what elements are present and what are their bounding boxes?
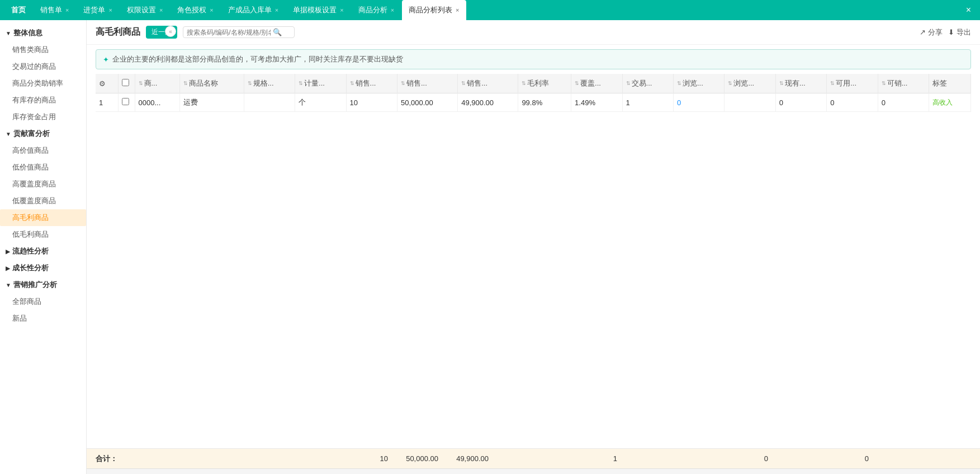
export-button[interactable]: ⬇ 导出 — [948, 27, 971, 37]
sidebar-item-low-coverage[interactable]: 低覆盖度商品 — [0, 193, 86, 209]
footer-trade: 1 — [576, 454, 621, 463]
col-index: ⚙ — [96, 74, 118, 93]
sidebar-item-traded-goods[interactable]: 交易过的商品 — [0, 58, 86, 75]
nav-home[interactable]: 首页 — [4, 0, 32, 20]
col-current-stock: ⇅现有... — [775, 74, 826, 93]
row-checkbox[interactable] — [122, 98, 129, 105]
sidebar-group-overall[interactable]: ▼ 整体信息 — [0, 25, 86, 41]
product-table: ⚙ ⇅商... ⇅商品名称 ⇅规格... — [96, 74, 971, 112]
table-header-row: ⚙ ⇅商... ⇅商品名称 ⇅规格... — [96, 74, 971, 93]
sort-icon: ⇅ — [830, 81, 835, 86]
col-spec: ⇅规格... — [244, 74, 295, 93]
sort-icon: ⇅ — [779, 81, 784, 86]
sidebar-item-high-value[interactable]: 高价值商品 — [0, 142, 86, 159]
horizontal-scrollbar[interactable] — [87, 468, 980, 474]
chevron-down-icon: ▼ — [6, 30, 11, 36]
search-box: 🔍 — [183, 26, 295, 38]
close-icon[interactable]: × — [456, 0, 459, 20]
close-icon[interactable]: × — [391, 0, 394, 20]
cell-name: 运费 — [180, 93, 244, 112]
sort-icon: ⇅ — [461, 81, 466, 86]
sidebar-item-in-stock[interactable]: 有库存的商品 — [0, 92, 86, 109]
search-input[interactable] — [187, 29, 271, 36]
col-coverage: ⇅覆盖... — [571, 74, 622, 93]
nav-tab-sales[interactable]: 销售单 × — [34, 0, 75, 20]
sidebar-item-low-margin[interactable]: 低毛利商品 — [0, 226, 86, 243]
nav-tab-role[interactable]: 角色授权 × — [171, 0, 220, 20]
export-icon: ⬇ — [948, 28, 954, 36]
share-icon: ↗ — [920, 28, 926, 36]
col-sellable: ⇅可销... — [878, 74, 929, 93]
close-icon[interactable]: × — [65, 0, 69, 20]
nav-tab-purchase[interactable]: 进货单 × — [77, 0, 119, 20]
sort-icon: ⇅ — [350, 81, 354, 86]
sort-icon: ⇅ — [626, 81, 631, 86]
page-title: 高毛利商品 — [96, 26, 140, 38]
footer-sellable: 0 — [827, 454, 872, 463]
sidebar-group-trend[interactable]: ▶ 流趋性分析 — [0, 243, 86, 260]
footer-sales-amount: 50,000.00 — [397, 454, 442, 463]
col-gross-margin: ⇅毛利率 — [518, 74, 571, 93]
close-icon[interactable]: × — [275, 0, 278, 20]
cell-unit: 个 — [295, 93, 346, 112]
share-button[interactable]: ↗ 分享 — [920, 27, 943, 37]
close-icon[interactable]: × — [108, 0, 112, 20]
sidebar-item-category-rate[interactable]: 商品分类助销率 — [0, 75, 86, 92]
sidebar-group-growth[interactable]: ▶ 成长性分析 — [0, 260, 86, 276]
cell-checkbox[interactable] — [118, 93, 135, 112]
sort-icon: ⇅ — [522, 81, 526, 86]
cell-sales-amount: 50,000.00 — [397, 93, 457, 112]
footer-total-row: 合计： 10 50,000.00 49,900.00 1 0 0 — [87, 448, 980, 468]
sort-icon: ⇅ — [139, 81, 143, 86]
window-close-button[interactable]: × — [962, 5, 976, 15]
cell-index: 1 — [96, 93, 118, 112]
nav-tab-product-in[interactable]: 产成品入库单 × — [221, 0, 285, 20]
col-available: ⇅可用... — [827, 74, 878, 93]
col-sales-cost: ⇅销售... — [458, 74, 518, 93]
sidebar: ▼ 整体信息 销售类商品 交易过的商品 商品分类助销率 有库存的商品 库存资金占… — [0, 20, 87, 474]
col-sales-qty: ⇅销售... — [346, 74, 397, 93]
sidebar-group-marketing[interactable]: ▼ 营销推广分析 — [0, 276, 86, 293]
cell-browse1[interactable]: 0 — [673, 93, 724, 112]
close-icon[interactable]: × — [340, 0, 343, 20]
col-trade: ⇅交易... — [622, 74, 673, 93]
cell-sellable: 0 — [878, 93, 929, 112]
sidebar-group-contribution[interactable]: ▼ 贡献富分析 — [0, 125, 86, 142]
content-area: « 高毛利商品 近一月 🔍 ↗ 分享 ⬇ 导出 ✦ 企 — [87, 20, 980, 474]
close-icon[interactable]: × — [210, 0, 213, 20]
sidebar-item-all-goods[interactable]: 全部商品 — [0, 293, 86, 310]
search-icon[interactable]: 🔍 — [273, 28, 282, 36]
col-sales-amount: ⇅销售... — [397, 74, 457, 93]
sort-icon: ⇅ — [575, 81, 579, 86]
chevron-right-icon: ▶ — [6, 248, 10, 255]
cell-sales-cost: 49,900.00 — [458, 93, 518, 112]
cell-trade: 1 — [622, 93, 673, 112]
col-name: ⇅商品名称 — [180, 74, 244, 93]
chevron-right-icon: ▶ — [6, 265, 10, 271]
nav-tab-analysis-list[interactable]: 商品分析列表 × — [402, 0, 466, 20]
nav-tab-template[interactable]: 单据模板设置 × — [286, 0, 350, 20]
select-all-checkbox[interactable] — [122, 79, 129, 86]
nav-tab-permission[interactable]: 权限设置 × — [120, 0, 169, 20]
info-banner: ✦ 企业的主要的利润都是这部分商品创造的，可考虑加大推广，同时关注库存是不要出现… — [96, 49, 971, 69]
col-code: ⇅商... — [135, 74, 180, 93]
sidebar-item-new-goods[interactable]: 新品 — [0, 310, 86, 327]
nav-tab-analysis[interactable]: 商品分析 × — [352, 0, 401, 20]
cell-current-stock: 0 — [775, 93, 826, 112]
sidebar-collapse-button[interactable]: « — [165, 26, 176, 37]
sidebar-item-sales-goods[interactable]: 销售类商品 — [0, 41, 86, 58]
sidebar-item-high-coverage[interactable]: 高覆盖度商品 — [0, 176, 86, 193]
sidebar-item-high-margin[interactable]: 高毛利商品 — [0, 209, 86, 226]
total-label: 合计： — [96, 454, 117, 464]
header-actions: ↗ 分享 ⬇ 导出 — [920, 27, 971, 37]
settings-icon[interactable]: ⚙ — [99, 79, 106, 88]
col-tag: 标签 — [929, 74, 971, 93]
sidebar-item-low-value[interactable]: 低价值商品 — [0, 159, 86, 176]
close-icon[interactable]: × — [159, 0, 163, 20]
sidebar-item-stock-fund[interactable]: 库存资金占用 — [0, 109, 86, 125]
content-header: 高毛利商品 近一月 🔍 ↗ 分享 ⬇ 导出 — [87, 20, 980, 45]
col-unit: ⇅计量... — [295, 74, 346, 93]
cell-available: 0 — [827, 93, 878, 112]
footer-sales-cost: 49,900.00 — [447, 454, 492, 463]
footer-current-stock: 0 — [727, 454, 771, 463]
